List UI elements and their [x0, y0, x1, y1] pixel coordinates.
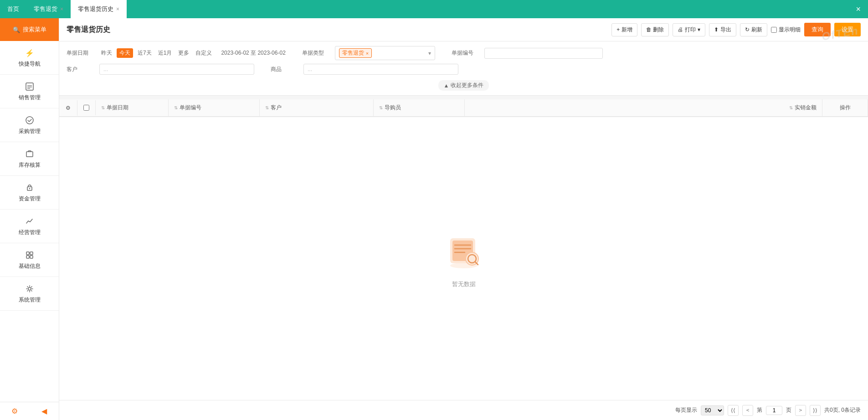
page-first-button[interactable]: ⟨⟨	[728, 405, 739, 416]
date-opt-yesterday[interactable]: 昨天	[99, 48, 114, 58]
finance-icon	[24, 182, 35, 193]
print-icon: 🖨	[678, 26, 683, 33]
tab-list: 首页 零售退货 × 零售退货历史 ×	[0, 0, 848, 18]
sort-amount-icon: ⇅	[789, 105, 793, 110]
date-opt-1month[interactable]: 近1月	[156, 48, 174, 58]
sidebar-item-inventory[interactable]: 库存核算	[0, 142, 59, 176]
print-button[interactable]: 🖨 打印 ▾	[673, 23, 705, 36]
refresh-button[interactable]: ↻ 刷新	[740, 23, 767, 36]
sidebar-item-quick-nav-label: 快捷导航	[19, 60, 41, 68]
table-container: ⚙ ⇅ 单据日期 ⇅ 单据编号 ⇅ 客户 ⇅	[59, 99, 868, 420]
header-actions: + 新增 🗑 删除 🖨 打印 ▾ ⬆ 导出 ↻ 刷新 显示明细	[611, 23, 861, 36]
svg-rect-9	[30, 252, 33, 255]
page-label: 第	[757, 406, 762, 414]
number-filter-label: 单据编号	[452, 49, 477, 57]
type-filter-label: 单据类型	[302, 49, 328, 57]
tab-retail-return-close[interactable]: ×	[60, 6, 63, 12]
sidebar-item-system-mgmt[interactable]: 系统管理	[0, 277, 59, 311]
th-number[interactable]: ⇅ 单据编号	[169, 99, 260, 116]
sidebar-search-label: 搜索菜单	[23, 26, 46, 34]
sort-up-icon: ⇅	[101, 105, 105, 110]
sidebar-item-system-mgmt-label: 系统管理	[19, 296, 41, 304]
page-title: 零售退货历史	[67, 25, 110, 35]
pagination: 每页显示 20 50 100 200 ⟨⟨ ＜ 第 页 ＞ ⟩⟩ 共0页, 0条…	[59, 400, 868, 420]
sidebar-item-purchase-mgmt[interactable]: 采购管理	[0, 108, 59, 142]
tab-retail-return[interactable]: 零售退货 ×	[26, 0, 71, 18]
th-customer[interactable]: ⇅ 客户	[260, 99, 374, 116]
quick-nav-icon: ⚡	[24, 47, 35, 58]
settings-button[interactable]: 设置	[834, 23, 861, 36]
number-filter-input[interactable]	[484, 48, 603, 59]
svg-rect-10	[26, 256, 29, 258]
sort-guide-icon: ⇅	[379, 105, 383, 110]
content-area: 零售退货历史 + 新增 🗑 删除 🖨 打印 ▾ ⬆ 导出 ↻ 刷新	[59, 18, 868, 420]
th-amount[interactable]: ⇅ 实销金额	[465, 99, 822, 116]
type-filter-select[interactable]: 零售退货 × ▾	[335, 46, 435, 60]
th-checkbox[interactable]	[77, 100, 96, 115]
empty-state-icon	[441, 229, 487, 275]
select-all-checkbox[interactable]	[83, 105, 89, 111]
customer-filter-select[interactable]: ...	[99, 64, 254, 75]
export-button[interactable]: ⬆ 导出	[709, 23, 736, 36]
show-detail-checkbox[interactable]	[771, 27, 777, 33]
refresh-label: 刷新	[751, 26, 762, 34]
svg-point-12	[28, 287, 31, 290]
th-number-label: 单据编号	[180, 104, 201, 112]
date-opt-more[interactable]: 更多	[176, 48, 191, 58]
svg-point-7	[29, 188, 30, 189]
system-mgmt-icon	[24, 283, 35, 294]
date-filter-label: 单据日期	[67, 49, 92, 57]
type-tag-close[interactable]: ×	[366, 51, 369, 56]
tab-home-label: 首页	[7, 5, 19, 13]
date-opt-custom[interactable]: 自定义	[194, 48, 214, 58]
filter-row-1: 单据日期 昨天 今天 近7天 近1月 更多 自定义 2023-06-02 至 2…	[67, 46, 861, 60]
delete-button[interactable]: 🗑 删除	[641, 23, 669, 36]
show-detail-checkbox-label[interactable]: 显示明细	[771, 26, 801, 34]
inventory-icon	[24, 149, 35, 159]
tab-retail-return-label: 零售退货	[34, 5, 57, 13]
svg-rect-11	[30, 256, 33, 258]
collapse-up-icon: ▲	[444, 82, 449, 89]
th-guide[interactable]: ⇅ 导购员	[374, 99, 465, 116]
th-date[interactable]: ⇅ 单据日期	[96, 99, 169, 116]
customer-filter-label: 客户	[67, 66, 92, 73]
query-button[interactable]: 查询	[804, 23, 831, 36]
empty-text: 暂无数据	[452, 280, 476, 288]
page-prev-button[interactable]: ＜	[742, 405, 753, 416]
goods-placeholder: ...	[308, 66, 312, 72]
sidebar-item-basic-info[interactable]: 基础信息	[0, 243, 59, 277]
sidebar-item-operations[interactable]: 经营管理	[0, 210, 59, 243]
sidebar-item-inventory-label: 库存核算	[19, 161, 41, 169]
top-bar: 首页 零售退货 × 零售退货历史 × ×	[0, 0, 868, 18]
th-settings[interactable]: ⚙	[59, 100, 77, 116]
print-chevron-icon: ▾	[698, 26, 700, 33]
sidebar-collapse-button[interactable]: ◀	[30, 402, 59, 420]
operations-icon	[24, 216, 35, 227]
filter-row-2: 客户 ... 商品 ...	[67, 64, 861, 75]
date-opt-today[interactable]: 今天	[117, 48, 133, 58]
goods-filter-select[interactable]: ...	[303, 64, 458, 75]
th-guide-label: 导购员	[385, 104, 401, 112]
sidebar-search-button[interactable]: 🔍 搜索菜单	[0, 18, 59, 41]
tab-retail-return-history-close[interactable]: ×	[116, 6, 119, 12]
sidebar-settings-button[interactable]: ⚙	[0, 402, 30, 420]
date-opt-7days[interactable]: 近7天	[136, 48, 154, 58]
tab-retail-return-history[interactable]: 零售退货历史 ×	[71, 0, 127, 18]
export-label: 导出	[720, 26, 731, 34]
collapse-button[interactable]: ▲ 收起更多条件	[438, 80, 489, 91]
tab-home[interactable]: 首页	[0, 0, 26, 18]
th-customer-label: 客户	[271, 104, 282, 112]
per-page-select[interactable]: 20 50 100 200	[701, 405, 724, 415]
sidebar-item-sales-mgmt-label: 销售管理	[19, 94, 41, 102]
refresh-icon: ↻	[745, 26, 750, 33]
sidebar-item-quick-nav[interactable]: ⚡ 快捷导航	[0, 41, 59, 75]
page-last-button[interactable]: ⟩⟩	[810, 405, 821, 416]
new-button[interactable]: + 新增	[611, 23, 637, 36]
sales-mgmt-icon	[24, 81, 35, 92]
page-next-button[interactable]: ＞	[795, 405, 806, 416]
customer-placeholder: ...	[103, 66, 108, 72]
window-close-button[interactable]: ×	[848, 5, 868, 14]
sidebar-item-sales-mgmt[interactable]: 销售管理	[0, 75, 59, 108]
page-number-input[interactable]	[766, 406, 782, 415]
sidebar-item-finance[interactable]: 资金管理	[0, 176, 59, 210]
